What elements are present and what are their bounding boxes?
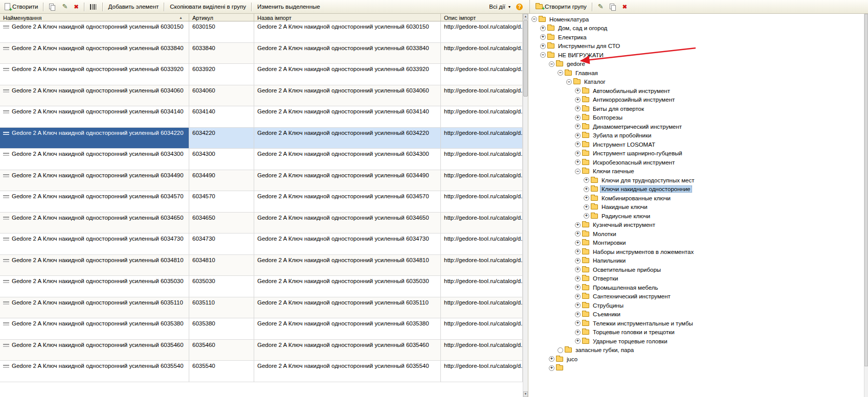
cell-import-desc[interactable]: http://gedore-tool.ru/catalog/d... (441, 297, 523, 318)
cell-import-name[interactable]: Gedore 2 A Ключ накидной односторонний у… (254, 318, 441, 339)
tree-node[interactable]: + (528, 364, 864, 373)
edit-button[interactable]: ✎ (59, 3, 70, 11)
tree-node[interactable]: + Отвертки (528, 274, 864, 284)
cell-sku[interactable]: 6035110 (189, 297, 254, 318)
cell-import-desc[interactable]: http://gedore-tool.ru/catalog/d... (441, 85, 523, 106)
cell-import-name[interactable]: Gedore 2 A Ключ накидной односторонний у… (254, 276, 441, 297)
tree-node[interactable]: + Инструмент шарнирно-губцевый (528, 149, 864, 158)
cell-import-desc[interactable]: http://gedore-tool.ru/catalog/d... (441, 233, 523, 254)
tree-node-label[interactable]: НЕ ВИГРУЖАТИ (557, 52, 605, 59)
tree-node[interactable]: + Тележки инструментальные и тумбы (528, 319, 864, 328)
cell-sku[interactable]: 6034730 (189, 233, 254, 254)
tree-node-label[interactable]: Болторезы (591, 114, 624, 121)
tree-expander-icon[interactable]: − (549, 61, 554, 67)
cell-import-name[interactable]: Gedore 2 A Ключ накидной односторонний у… (254, 128, 441, 149)
tree-node-label[interactable]: Дом, сад и огород (557, 25, 609, 32)
tree-node[interactable]: + Биты для отверток (528, 104, 864, 113)
tree-expander-icon[interactable]: + (575, 258, 581, 264)
column-header-import-desc[interactable]: Опис імпорт (441, 14, 523, 21)
cell-import-name[interactable]: Gedore 2 A Ключ накидной односторонний у… (254, 106, 441, 127)
copy-selected-to-group-button[interactable]: Скопіювати виділені в групу (167, 3, 249, 11)
tree-scrollbar-thumb[interactable] (864, 14, 868, 366)
tree-node-label[interactable]: Торцевые головки и трещотки (591, 329, 676, 336)
table-row[interactable]: Gedore 2 A Ключ накидной односторонний у… (0, 191, 523, 213)
tree-node[interactable]: + Искробезопасный инструмент (528, 158, 864, 167)
cell-import-desc[interactable]: http://gedore-tool.ru/catalog/d... (441, 64, 523, 85)
add-element-button[interactable]: Добавить элемент (106, 3, 162, 11)
tree-node-label[interactable]: Искробезопасный инструмент (591, 159, 676, 166)
cell-import-name[interactable]: Gedore 2 A Ключ накидной односторонний у… (254, 149, 441, 170)
tree-node[interactable]: + Наборы инструментов в ложементах (528, 247, 864, 256)
table-row[interactable]: Gedore 2 A Ключ накидной односторонний у… (0, 213, 523, 234)
tree-node[interactable]: + Кузнечный инструмент (528, 221, 864, 230)
cell-import-desc[interactable]: http://gedore-tool.ru/catalog/d... (441, 255, 523, 276)
cell-name[interactable]: Gedore 2 A Ключ накидной односторонний у… (0, 43, 189, 64)
tree-copy-button[interactable] (607, 3, 619, 11)
tree-node-label[interactable]: Осветительные приборы (591, 266, 662, 273)
cell-sku[interactable]: 6035380 (189, 318, 254, 339)
tree-node[interactable]: + Комбинированные ключи (528, 194, 864, 203)
column-header-import-name[interactable]: Назва імпорт (254, 14, 441, 21)
tree-node-label[interactable]: gedore (565, 60, 587, 67)
cell-import-desc[interactable]: http://gedore-tool.ru/catalog/d... (441, 21, 523, 42)
tree-node-label[interactable]: Ключи накидные односторонние (600, 185, 692, 193)
tree-node[interactable]: + Автомобильный инструмент (528, 86, 864, 96)
cell-import-name[interactable]: Gedore 2 A Ключ накидной односторонний у… (254, 191, 441, 212)
tree-expander-icon[interactable]: + (540, 34, 546, 40)
table-row[interactable]: Gedore 2 A Ключ накидной односторонний у… (0, 21, 523, 43)
tree-expander-icon[interactable]: + (540, 26, 546, 31)
cell-sku[interactable]: 6030150 (189, 21, 254, 42)
tree-node[interactable]: + Монтировки (528, 239, 864, 248)
tree-delete-button[interactable]: ✖ (620, 3, 630, 11)
table-row[interactable]: Gedore 2 A Ключ накидной односторонний у… (0, 276, 523, 297)
tree-expander-icon[interactable]: + (575, 302, 581, 308)
delete-button[interactable]: ✖ (71, 3, 81, 11)
table-row[interactable]: Gedore 2 A Ключ накидной односторонний у… (0, 255, 523, 276)
tree-node[interactable]: + Зубила и пробойники (528, 131, 864, 141)
tree-expander-icon[interactable]: + (540, 43, 546, 49)
tree-node-label[interactable]: Антикоррозийный инструмент (591, 96, 676, 103)
tree-expander-icon[interactable]: + (575, 267, 581, 272)
tree-node[interactable]: − gedore (528, 60, 864, 69)
tree-node[interactable]: + Сантехнический инструмент (528, 292, 864, 301)
cell-sku[interactable]: 6034810 (189, 255, 254, 276)
table-row[interactable]: Gedore 2 A Ключ накидной односторонний у… (0, 361, 523, 382)
tree-node-label[interactable]: Напильники (591, 257, 627, 264)
tree-node[interactable]: + Радиусные ключи (528, 212, 864, 221)
cell-sku[interactable]: 6035460 (189, 340, 254, 361)
tree-node-label[interactable]: запасные губки, пара (574, 346, 635, 354)
tree-node-label[interactable]: Ударные торцевые головки (591, 338, 669, 345)
cell-name[interactable]: Gedore 2 A Ключ накидной односторонний у… (0, 85, 189, 106)
cell-sku[interactable]: 6034570 (189, 191, 254, 212)
tree-node-label[interactable]: Автомобильный инструмент (591, 87, 672, 95)
tree-node[interactable]: + Напильники (528, 256, 864, 266)
cell-sku[interactable]: 6034300 (189, 149, 254, 170)
tree-node-label[interactable]: Отвертки (591, 275, 619, 282)
tree-node-label[interactable]: Биты для отверток (591, 105, 646, 112)
cell-import-desc[interactable]: http://gedore-tool.ru/catalog/d... (441, 213, 523, 233)
cell-import-desc[interactable]: http://gedore-tool.ru/catalog/d... (441, 128, 523, 149)
tree-expander-icon[interactable]: + (584, 213, 589, 219)
tree-expander-icon[interactable]: + (575, 294, 581, 299)
cell-import-name[interactable]: Gedore 2 A Ключ накидной односторонний у… (254, 85, 441, 106)
tree-node[interactable]: + Ударные торцевые головки (528, 337, 864, 346)
tree-expander-icon[interactable]: + (575, 133, 581, 138)
tree-node-label[interactable]: Комбинированные ключи (600, 195, 672, 202)
tree-node-label[interactable]: Накидные ключи (600, 203, 649, 211)
tree-node[interactable]: + Съемники (528, 310, 864, 319)
tree-node[interactable]: + Осветительные приборы (528, 265, 864, 274)
cell-name[interactable]: Gedore 2 A Ключ накидной односторонний у… (0, 21, 189, 42)
tree-expander-icon[interactable]: + (549, 365, 554, 371)
cell-import-name[interactable]: Gedore 2 A Ключ накидной односторонний у… (254, 21, 441, 42)
tree-node[interactable]: + Антикоррозийный инструмент (528, 96, 864, 105)
tree-expander-icon[interactable]: + (575, 320, 581, 326)
help-icon[interactable]: ? (516, 4, 523, 10)
cell-name[interactable]: Gedore 2 A Ключ накидной односторонний у… (0, 340, 189, 361)
tree-expander-icon[interactable]: + (575, 312, 581, 317)
tree-node[interactable]: + Ключи накидные односторонние (528, 185, 864, 194)
tree-edit-button[interactable]: ✎ (595, 3, 606, 11)
tree-node[interactable]: + Инструмент LOSOMAT (528, 140, 864, 149)
tree-node[interactable]: + Ключи для труднодоступных мест (528, 176, 864, 185)
cell-import-desc[interactable]: http://gedore-tool.ru/catalog/d... (441, 276, 523, 297)
table-row[interactable]: Gedore 2 A Ключ накидной односторонний у… (0, 297, 523, 319)
